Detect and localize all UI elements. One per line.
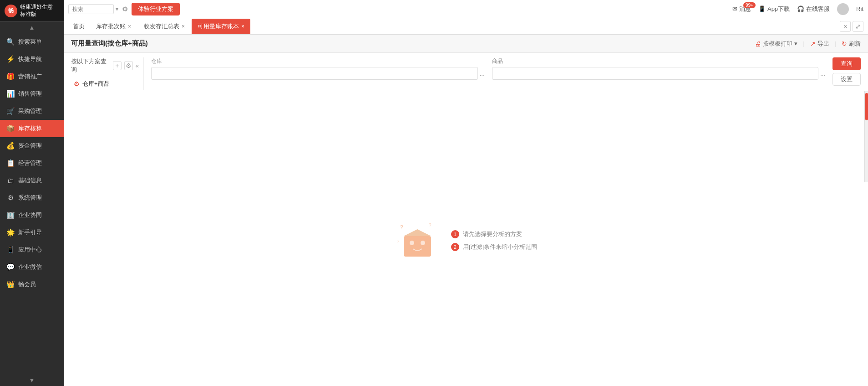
trial-button[interactable]: 体验行业方案 (132, 3, 180, 15)
sidebar-item-newbie-label: 新手引导 (18, 228, 42, 237)
sidebar-item-enterprise-label: 企业协同 (18, 211, 42, 219)
empty-tips: 1 请先选择要分析的方案 2 用[过滤]条件来缩小分析范围 (451, 230, 537, 251)
username-label[interactable]: Rit (856, 5, 863, 12)
svg-point-1 (410, 241, 414, 245)
sidebar-item-member-label: 畅会员 (18, 280, 36, 288)
sidebar-header: 畅 畅康通好生意 标准版 (0, 0, 64, 22)
empty-tip-2: 2 用[过滤]条件来缩小分析范围 (451, 243, 537, 251)
empty-svg: ? ? ? (395, 218, 440, 263)
gear-icon[interactable]: ⚙ (122, 5, 128, 13)
sidebar-item-purchase[interactable]: 🛒 采购管理 (0, 103, 64, 120)
query-actions: 查询 设置 (825, 57, 861, 86)
app-download-button[interactable]: 📱 App下载 (758, 5, 790, 13)
tip-num-2: 2 (451, 243, 459, 251)
refresh-button[interactable]: ↻ 刷新 (842, 40, 861, 48)
topbar-right: ✉ 消息 99+ 📱 App下载 🎧 在线客服 Rit (732, 3, 863, 15)
add-scheme-button[interactable]: + (113, 61, 122, 70)
export-button[interactable]: ↗ 导出 (810, 40, 829, 48)
sidebar-logo: 畅 (5, 5, 17, 17)
newbie-icon: 🌟 (6, 228, 15, 237)
sidebar-item-search[interactable]: 🔍 搜索菜单 (0, 33, 64, 51)
app-download-label: App下载 (767, 5, 790, 13)
sidebar-brand-sub: 标准版 (20, 11, 53, 18)
sidebar-item-shortcut-label: 快捷导航 (18, 55, 42, 63)
page-header: 可用量查询(按仓库+商品) 🖨 按模板打印 ▾ | ↗ 导出 | ↻ 刷新 (64, 35, 868, 53)
collapse-schemes-button[interactable]: « (136, 62, 139, 69)
sidebar-scroll-up[interactable]: ▲ (0, 22, 64, 33)
sidebar-nav: 🔍 搜索菜单 ⚡ 快捷导航 🎁 营销推广 📊 销售管理 🛒 采购管理 📦 库存核… (0, 33, 64, 375)
sidebar-item-shortcut[interactable]: ⚡ 快捷导航 (0, 51, 64, 68)
sidebar-item-basic[interactable]: 🗂 基础信息 (0, 172, 64, 189)
warehouse-more-button[interactable]: ... (480, 70, 485, 77)
svg-point-2 (421, 241, 425, 245)
shortcut-icon: ⚡ (6, 55, 15, 63)
chevron-down-icon[interactable]: ▾ (116, 6, 118, 12)
svg-text:?: ? (400, 224, 403, 231)
tab-home[interactable]: 首页 (68, 20, 89, 33)
warehouse-input[interactable] (151, 67, 478, 80)
wechat-icon: 💬 (6, 263, 15, 271)
sidebar-item-marketing[interactable]: 🎁 营销推广 (0, 68, 64, 85)
service-button[interactable]: 🎧 在线客服 (797, 5, 830, 13)
product-input-row: ... (492, 67, 826, 80)
sidebar-item-finance[interactable]: 💰 资金管理 (0, 137, 64, 154)
sidebar-item-sales[interactable]: 📊 销售管理 (0, 85, 64, 103)
message-badge: 99+ (743, 2, 756, 8)
tab-available-qty-label: 可用量库存账本 (198, 22, 239, 31)
print-button[interactable]: 🖨 按模板打印 ▾ (755, 40, 797, 48)
inventory-icon: 📦 (6, 124, 15, 133)
svg-text:?: ? (429, 223, 431, 228)
tab-available-qty-close[interactable]: × (241, 23, 244, 30)
content-area: 可用量查询(按仓库+商品) 🖨 按模板打印 ▾ | ↗ 导出 | ↻ 刷新 (64, 35, 868, 386)
print-chevron[interactable]: ▾ (794, 40, 797, 47)
message-icon: ✉ (732, 5, 737, 12)
sidebar-item-enterprise[interactable]: 🏢 企业协同 (0, 206, 64, 224)
sidebar-item-newbie[interactable]: 🌟 新手引导 (0, 224, 64, 241)
search-icon: 🔍 (6, 38, 15, 46)
sidebar-scroll-down[interactable]: ▼ (0, 375, 64, 386)
tab-batch-close[interactable]: × (128, 23, 131, 30)
export-label: 导出 (817, 40, 829, 48)
tab-available-qty[interactable]: 可用量库存账本 × (192, 19, 250, 34)
sidebar-item-finance-label: 资金管理 (18, 142, 42, 150)
tab-stock-summary[interactable]: 收发存汇总表 × (138, 19, 191, 34)
tip-num-1: 1 (451, 230, 459, 238)
sidebar-item-appstore[interactable]: 📱 应用中心 (0, 241, 64, 258)
scheme-icon: ⚙ (74, 80, 80, 87)
tab-stock-summary-close[interactable]: × (182, 23, 185, 30)
tab-batch[interactable]: 库存批次账 × (90, 19, 137, 34)
sales-icon: 📊 (6, 90, 15, 98)
right-scrollbar[interactable] (864, 91, 868, 182)
print-label: 按模板打印 (763, 40, 792, 48)
divider-1: | (803, 40, 804, 47)
refresh-label: 刷新 (849, 40, 861, 48)
topbar-search-input[interactable] (68, 4, 114, 14)
tabs-expand-button[interactable]: ⤢ (853, 21, 863, 32)
scrollbar-thumb[interactable] (865, 93, 868, 120)
empty-illustration: ? ? ? (395, 218, 440, 263)
product-more-button[interactable]: ... (820, 70, 825, 77)
divider-2: | (835, 40, 836, 47)
sidebar-item-system[interactable]: ⚙ 系统管理 (0, 189, 64, 206)
tabs-close-all-button[interactable]: × (840, 21, 851, 32)
sidebar-item-member[interactable]: 👑 畅会员 (0, 276, 64, 293)
marketing-icon: 🎁 (6, 72, 15, 81)
settings-button[interactable]: 设置 (832, 73, 861, 86)
query-button[interactable]: 查询 (832, 57, 861, 70)
message-button[interactable]: ✉ 消息 99+ (732, 5, 751, 13)
sidebar-item-operations[interactable]: 📋 经营管理 (0, 154, 64, 172)
user-avatar[interactable] (837, 3, 849, 15)
scheme-settings-button[interactable]: ⚙ (124, 61, 133, 70)
topbar-search-wrap: ▾ (68, 4, 118, 14)
scheme-item-warehouse-product[interactable]: ⚙ 仓库+商品 (71, 77, 139, 90)
product-input[interactable] (492, 67, 819, 80)
tab-stock-summary-label: 收发存汇总表 (144, 22, 179, 31)
sidebar-item-marketing-label: 营销推广 (18, 72, 42, 81)
sidebar-item-inventory[interactable]: 📦 库存核算 (0, 120, 64, 137)
topbar: ▾ ⚙ 体验行业方案 ✉ 消息 99+ 📱 App下载 🎧 在线客服 Rit (64, 0, 868, 18)
sidebar-item-wechat[interactable]: 💬 企业微信 (0, 258, 64, 276)
product-filter-group: 商品 ... (492, 57, 826, 80)
warehouse-label: 仓库 (151, 57, 485, 65)
filter-scheme-header: 按以下方案查询 + ⚙ « (71, 57, 139, 74)
sidebar-item-sales-label: 销售管理 (18, 90, 42, 98)
